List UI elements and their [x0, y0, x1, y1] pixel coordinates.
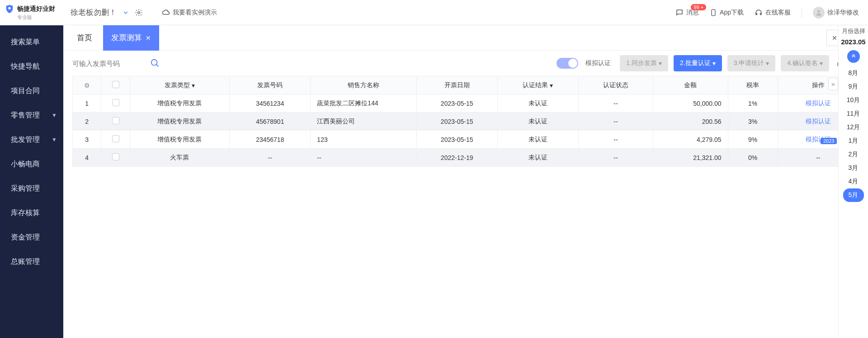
topbar: 畅捷通好业财 专业版 徐老板勿删！ 我要看实例演示 消息 99 + App下载 …: [0, 0, 868, 25]
sidebar-item-search-menu[interactable]: 搜索菜单: [0, 30, 63, 54]
sidebar-item-label: 零售管理: [11, 111, 40, 120]
cell-index: 4: [73, 149, 101, 167]
chevron-down-icon: ▾: [820, 60, 823, 67]
col-header-status: 认证状态: [603, 81, 628, 89]
demo-link[interactable]: 我要看实例演示: [162, 9, 217, 17]
batch-auth-button[interactable]: 2.批量认证▾: [674, 55, 722, 71]
sidebar-item-label: 采购管理: [11, 184, 40, 193]
sidebar-item-wholesale[interactable]: 批发管理▼: [0, 127, 63, 152]
toolbar: 模拟认证 1.同步发票▾ 2.批量认证▾ 3.申请统计▾ 4.确认签名▾ 刷新: [63, 51, 868, 76]
app-download-link[interactable]: App下载: [710, 9, 744, 17]
invoice-number-input[interactable]: [72, 60, 145, 67]
user-name: 徐泽华修改: [827, 9, 859, 17]
cell-rate: 0%: [728, 149, 778, 167]
table-row: 1增值税专用发票34561234蔬菜批发二区摊位1442023-05-15未认证…: [73, 94, 859, 113]
online-service-link[interactable]: 在线客服: [755, 9, 791, 17]
button-label: 4.确认签名: [787, 59, 818, 67]
cell-number: 45678901: [230, 113, 311, 131]
invoice-table: ⚙ 发票类型▾ 发票号码 销售方名称 开票日期 认证结果▾ 认证状态 金额 税率…: [63, 76, 868, 338]
cell-index: 3: [73, 131, 101, 149]
sidebar-item-label: 总账管理: [11, 257, 40, 267]
sidebar-item-retail[interactable]: 零售管理▼: [0, 103, 63, 127]
cell-status: --: [578, 94, 653, 113]
confirm-sign-button[interactable]: 4.确认签名▾: [781, 55, 829, 71]
apply-stats-button[interactable]: 3.申请统计▾: [727, 55, 776, 71]
user-menu[interactable]: 徐泽华修改: [813, 7, 859, 19]
headset-icon: [755, 9, 763, 17]
month-item[interactable]: 5月: [843, 188, 864, 202]
sync-invoice-button[interactable]: 1.同步发票▾: [620, 55, 668, 71]
row-checkbox[interactable]: [112, 99, 119, 106]
chevron-down-icon: ▼: [52, 112, 57, 118]
month-item[interactable]: 2月: [839, 148, 868, 161]
cell-number: --: [230, 149, 311, 167]
month-item[interactable]: 10月: [839, 94, 868, 107]
chevron-down-icon: ▾: [766, 60, 769, 67]
cell-type: 增值税专用发票: [130, 131, 229, 149]
cell-status: --: [578, 149, 653, 167]
row-checkbox[interactable]: [112, 117, 119, 124]
button-label: 3.申请统计: [734, 59, 764, 67]
month-current: 2023.05: [841, 38, 865, 46]
col-header-action: 操作: [812, 81, 825, 89]
settings-icon[interactable]: [135, 9, 143, 17]
chevron-down-icon[interactable]: ▾: [550, 82, 553, 89]
simulate-auth-link[interactable]: 模拟认证: [806, 117, 831, 125]
sidebar-item-ledger[interactable]: 总账管理: [0, 249, 63, 274]
simulate-auth-toggle[interactable]: [557, 58, 578, 69]
row-checkbox[interactable]: [112, 135, 119, 142]
tab-invoice-calc[interactable]: 发票测算 ✕: [103, 25, 159, 51]
month-panel-collapse[interactable]: »: [828, 78, 838, 90]
svg-point-4: [151, 60, 157, 66]
month-item[interactable]: 11月: [839, 107, 868, 121]
sidebar-item-inventory[interactable]: 库存核算: [0, 201, 63, 225]
search-icon[interactable]: [150, 58, 160, 68]
logo-sub: 专业版: [17, 14, 32, 21]
sidebar-item-label: 搜索菜单: [11, 38, 40, 47]
sidebar-item-quick-nav[interactable]: 快捷导航: [0, 54, 63, 79]
col-header-seller: 销售方名称: [348, 81, 379, 89]
cell-result: 未认证: [497, 113, 578, 131]
messages-link[interactable]: 消息 99 +: [675, 9, 699, 17]
cloud-icon: [162, 9, 170, 17]
month-item[interactable]: 4月: [839, 175, 868, 188]
cell-type: 增值税专用发票: [130, 94, 229, 113]
chevron-down-icon: ▾: [712, 60, 716, 67]
chevron-down-icon: ▾: [659, 60, 662, 67]
tab-home[interactable]: 首页: [69, 25, 100, 51]
gear-icon[interactable]: ⚙: [84, 82, 90, 89]
cell-amount: 21,321.00: [653, 149, 728, 167]
month-item[interactable]: 3月: [839, 161, 868, 175]
col-header-rate: 税率: [746, 81, 759, 89]
svg-point-0: [8, 7, 11, 9]
sidebar-item-ecommerce[interactable]: 小畅电商: [0, 152, 63, 176]
close-icon[interactable]: ✕: [146, 34, 151, 42]
chevron-down-icon[interactable]: ▾: [192, 82, 195, 89]
table-row: 3增值税专用发票234567181232023-05-15未认证--4,279.…: [73, 131, 859, 149]
sidebar-item-funds[interactable]: 资金管理: [0, 225, 63, 249]
month-item[interactable]: 1月2023: [839, 134, 868, 148]
cell-rate: 9%: [728, 131, 778, 149]
cell-amount: 200.56: [653, 113, 728, 131]
col-header-amount: 金额: [684, 81, 697, 89]
title-chevron-icon[interactable]: [122, 9, 129, 16]
cell-date: 2023-05-15: [416, 131, 497, 149]
sidebar-item-purchase[interactable]: 采购管理: [0, 176, 63, 201]
col-header-date: 开票日期: [444, 81, 470, 89]
simulate-auth-link[interactable]: 模拟认证: [806, 99, 831, 107]
month-item[interactable]: 8月: [839, 66, 868, 80]
cell-date: 2023-05-15: [416, 113, 497, 131]
month-item[interactable]: 12月: [839, 121, 868, 134]
service-label: 在线客服: [765, 9, 791, 17]
cell-number: 34561234: [230, 94, 311, 113]
cell-seller: 蔬菜批发二区摊位144: [311, 94, 416, 113]
month-panel-title: 月份选择: [842, 27, 865, 35]
logo-name: 畅捷通好业财: [17, 5, 55, 13]
month-scroll-up[interactable]: [847, 50, 860, 63]
sidebar-item-project-contract[interactable]: 项目合同: [0, 79, 63, 103]
cell-amount: 50,000.00: [653, 94, 728, 113]
sidebar-item-label: 快捷导航: [11, 62, 40, 71]
row-checkbox[interactable]: [112, 153, 119, 160]
select-all-checkbox[interactable]: [112, 81, 119, 88]
month-item[interactable]: 9月: [839, 80, 868, 94]
